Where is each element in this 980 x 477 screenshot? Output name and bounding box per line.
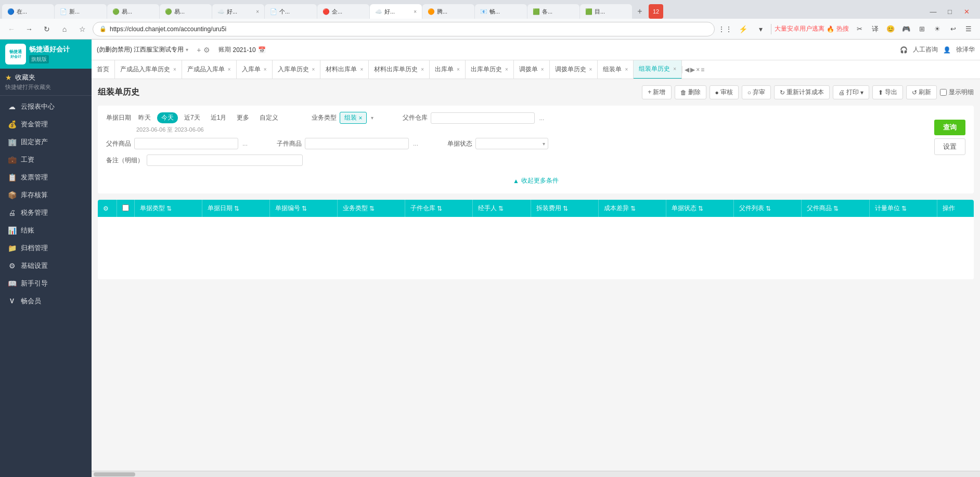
apps-button[interactable]: ⋮⋮: [718, 22, 732, 36]
th-handler[interactable]: 经手人 ⇅: [473, 200, 531, 217]
tab-transfer-close[interactable]: ×: [541, 67, 544, 72]
collapse-button[interactable]: ▲ 收起更多条件: [511, 174, 561, 187]
biz-type-dropdown-arrow[interactable]: ▾: [371, 115, 373, 121]
tab-assembly-history[interactable]: 组装单历史 ×: [634, 60, 682, 79]
audit-button[interactable]: ● 审核: [710, 85, 739, 99]
tab-finished-goods-history-close[interactable]: ×: [173, 67, 176, 72]
browser-tab-1[interactable]: 🔵 在...: [2, 4, 54, 19]
tab-finished-goods[interactable]: 产成品入库单 ×: [182, 60, 237, 79]
user-name[interactable]: 徐泽华: [956, 45, 975, 54]
back-button[interactable]: ←: [4, 22, 19, 36]
browser-tab-10[interactable]: 📧 畅...: [475, 4, 527, 19]
browser-tab-4[interactable]: 🟢 易...: [160, 4, 212, 19]
th-doc-type[interactable]: 单据类型 ⇅: [134, 200, 202, 217]
new-button[interactable]: + 新增: [642, 85, 671, 99]
address-bar[interactable]: 🔒 https://cloud.chanjet.com/accounting/u…: [93, 22, 715, 36]
sidebar-item-settings[interactable]: ⚙ 基础设置: [0, 257, 92, 275]
refresh-button[interactable]: ↺ 刷新: [906, 85, 937, 99]
sidebar-item-capital[interactable]: 💰 资金管理: [0, 115, 92, 133]
select-all-checkbox[interactable]: [122, 204, 129, 211]
browser-tab-12[interactable]: 🟩 目...: [580, 4, 632, 19]
tab-transfer-history[interactable]: 调拨单历史 ×: [550, 60, 598, 79]
tab-finished-goods-history[interactable]: 产成品入库单历史 ×: [115, 60, 182, 79]
last7days-btn[interactable]: 近7天: [180, 112, 204, 123]
scissors-icon[interactable]: ✂: [852, 22, 867, 36]
grid-icon[interactable]: ⊞: [914, 22, 929, 36]
tab-assembly-close[interactable]: ×: [625, 67, 628, 72]
home-button[interactable]: ⌂: [57, 22, 72, 36]
maximize-button[interactable]: □: [943, 4, 957, 19]
tab-material-outbound-close[interactable]: ×: [360, 67, 363, 72]
tab-left-arrow[interactable]: ◀: [685, 66, 689, 73]
sidebar-item-archive[interactable]: 📁 归档管理: [0, 239, 92, 257]
th-cost-diff[interactable]: 成本差异 ⇅: [598, 200, 666, 217]
print-button[interactable]: 🖨 打印 ▾: [833, 85, 869, 99]
column-settings-icon[interactable]: ⚙: [103, 205, 109, 212]
translate-icon[interactable]: 译: [868, 22, 882, 36]
th-unit[interactable]: 计量单位 ⇅: [869, 200, 937, 217]
tab-home[interactable]: 首页: [92, 60, 115, 79]
tab-inbound-history[interactable]: 入库单历史 ×: [273, 60, 321, 79]
biz-type-tag-remove[interactable]: ×: [358, 114, 362, 122]
browser-tab-5[interactable]: ☁️ 好... ×: [212, 4, 264, 19]
tab-inbound[interactable]: 入库单 ×: [237, 60, 273, 79]
sidebar-item-vip[interactable]: V 畅会员: [0, 292, 92, 310]
sidebar-item-fixed-assets[interactable]: 🏢 固定资产: [0, 133, 92, 151]
child-product-input[interactable]: [305, 138, 409, 149]
recalculate-button[interactable]: ↻ 重新计算成本: [774, 85, 830, 99]
consult-label[interactable]: 人工咨询: [913, 45, 938, 54]
game-icon[interactable]: 🎮: [899, 22, 913, 36]
tab-finished-goods-close[interactable]: ×: [228, 67, 231, 72]
more-date-btn[interactable]: 更多: [233, 112, 253, 123]
parent-warehouse-more[interactable]: ...: [539, 114, 544, 122]
parent-product-input[interactable]: [134, 138, 238, 149]
today-btn[interactable]: 今天: [157, 112, 178, 123]
sidebar-item-invoice[interactable]: 📋 发票管理: [0, 169, 92, 186]
tab-outbound-history-close[interactable]: ×: [505, 67, 508, 72]
th-biz-type[interactable]: 业务类型 ⇅: [338, 200, 405, 217]
browser-tab-7[interactable]: 🔴 企...: [317, 4, 369, 19]
sidebar-item-payroll[interactable]: 💼 工资: [0, 151, 92, 169]
extension-button[interactable]: ⚡: [736, 22, 750, 36]
th-disassembly-cost[interactable]: 拆装费用 ⇅: [531, 200, 598, 217]
reload-button[interactable]: ↻: [40, 22, 54, 36]
th-parent-product[interactable]: 父件商品 ⇅: [802, 200, 869, 217]
tab-outbound[interactable]: 出库单 ×: [430, 60, 466, 79]
show-detail-checkbox-area[interactable]: 显示明细: [940, 88, 974, 97]
tab-inbound-close[interactable]: ×: [264, 67, 267, 72]
favorites-subtitle[interactable]: 快捷键打开收藏夹: [5, 83, 86, 91]
last1month-btn[interactable]: 近1月: [207, 112, 231, 123]
scrollbar-thumb[interactable]: [94, 472, 135, 476]
tab-outbound-close[interactable]: ×: [457, 67, 460, 72]
doc-status-select[interactable]: 已审核 未审核: [475, 138, 548, 149]
show-detail-checkbox[interactable]: [940, 89, 947, 96]
th-parent-list[interactable]: 父件列表 ⇅: [734, 200, 802, 217]
menu-icon[interactable]: ☰: [961, 22, 976, 36]
tab-transfer[interactable]: 调拨单 ×: [514, 60, 550, 79]
tab-assembly-history-close[interactable]: ×: [673, 66, 676, 72]
tab-close-8[interactable]: ×: [414, 9, 417, 15]
tab-transfer-history-close[interactable]: ×: [589, 67, 592, 72]
company-selector[interactable]: (勿删勿禁用) 江西服宝测试专用 ▾: [97, 45, 188, 54]
th-doc-date[interactable]: 单据日期 ⇅: [202, 200, 269, 217]
sidebar-item-settlement[interactable]: 📊 结账: [0, 222, 92, 239]
new-tab-button[interactable]: +: [633, 4, 647, 19]
browser-tab-6[interactable]: 📄 个...: [265, 4, 317, 19]
profile-button[interactable]: ▾: [753, 22, 768, 36]
th-child-warehouse[interactable]: 子件仓库 ⇅: [405, 200, 473, 217]
tab-more-options[interactable]: ≡: [701, 66, 704, 73]
th-doc-no[interactable]: 单据编号 ⇅: [269, 200, 337, 217]
sidebar-item-inventory[interactable]: 📦 库存核算: [0, 186, 92, 204]
delete-button[interactable]: 🗑 删除: [675, 85, 706, 99]
bookmark-button[interactable]: ☆: [75, 22, 89, 36]
custom-date-btn[interactable]: 自定义: [255, 112, 282, 123]
th-doc-status[interactable]: 单据状态 ⇅: [666, 200, 733, 217]
tab-material-outbound-history-close[interactable]: ×: [421, 67, 424, 72]
sidebar-item-cloud-report[interactable]: ☁ 云报表中心: [0, 98, 92, 115]
browser-tab-11[interactable]: 🟩 各...: [527, 4, 579, 19]
abandon-button[interactable]: ○ 弃审: [742, 85, 771, 99]
add-company-icon[interactable]: +: [197, 46, 201, 54]
settings-gear-icon[interactable]: ⚙: [203, 46, 210, 54]
undo-icon[interactable]: ↩: [946, 22, 960, 36]
export-button[interactable]: ⬆ 导出: [872, 85, 903, 99]
